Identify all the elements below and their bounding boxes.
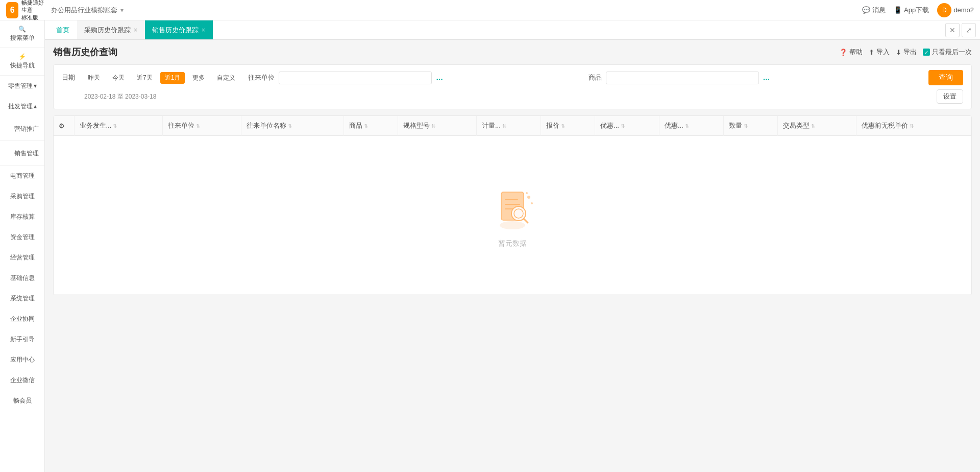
sort-icon: ⇅ xyxy=(288,123,292,129)
date-options: 昨天 今天 近7天 近1月 更多 自定义 xyxy=(83,72,240,84)
only-last-checkbox[interactable]: ✓ 只看最后一次 xyxy=(923,48,972,57)
sort-icon: ⇅ xyxy=(431,123,435,129)
workspace-title: 办公用品行业模拟账套 ▾ xyxy=(51,6,858,15)
partner-label: 往来单位 xyxy=(248,73,275,82)
chevron-up-icon: ▴ xyxy=(34,103,37,110)
tab-home[interactable]: 首页 xyxy=(49,20,77,39)
chevron-down-icon: ▾ xyxy=(34,82,37,89)
svg-line-8 xyxy=(524,219,528,223)
app-download-button[interactable]: 📱 App下载 xyxy=(894,6,929,15)
sidebar-item-inventory[interactable]: 库存核算 xyxy=(0,206,44,227)
top-bar-actions: 💬 消息 📱 App下载 D demo2 xyxy=(862,3,974,17)
sort-icon: ⇅ xyxy=(910,123,914,129)
query-button[interactable]: 查询 xyxy=(928,70,963,85)
sidebar-item-base-info[interactable]: 基础信息 xyxy=(0,268,44,288)
th-trade-type[interactable]: 交易类型 ⇅ xyxy=(778,116,856,136)
sidebar: 🔍 搜索菜单 ⚡ 快捷导航 零售管理 ▾ 批发管理 ▴ 营销推广 销售管理 电商… xyxy=(0,20,45,472)
top-bar: 6 畅捷通好生意 标准版 办公用品行业模拟账套 ▾ 💬 消息 📱 App下载 D… xyxy=(0,0,980,20)
sidebar-item-apps[interactable]: 应用中心 xyxy=(0,349,44,370)
date-btn-7days[interactable]: 近7天 xyxy=(132,72,157,84)
filter-row-date-range: 2023-02-18 至 2023-03-18 设置 xyxy=(62,89,963,104)
partner-filter-group: 往来单位 ... xyxy=(248,72,580,84)
import-icon: ⬆ xyxy=(869,49,874,56)
th-partner-code[interactable]: 往来单位 ⇅ xyxy=(163,116,241,136)
svg-point-0 xyxy=(500,221,525,229)
goods-label: 商品 xyxy=(589,73,602,82)
th-partner-name[interactable]: 往来单位名称 ⇅ xyxy=(241,116,344,136)
data-table: ⚙ 业务发生... ⇅ 往来单位 xyxy=(54,116,971,295)
filter-row-date: 日期 昨天 今天 近7天 近1月 更多 自定义 往来单位 ... xyxy=(62,70,963,85)
goods-select-btn[interactable]: ... xyxy=(763,73,770,82)
sidebar-item-wechat[interactable]: 企业微信 xyxy=(0,370,44,390)
tab-close-purchase[interactable]: × xyxy=(134,27,137,33)
page-actions: ❓ 帮助 ⬆ 导入 ⬇ 导出 ✓ 只看最后一次 xyxy=(839,48,972,57)
th-biz-date[interactable]: 业务发生... ⇅ xyxy=(74,116,163,136)
message-icon: 💬 xyxy=(862,6,870,14)
sidebar-item-guide[interactable]: 新手引导 xyxy=(0,329,44,349)
gear-icon: ⚙ xyxy=(59,122,65,130)
partner-input[interactable] xyxy=(279,72,432,84)
empty-icon xyxy=(487,182,538,233)
goods-input[interactable] xyxy=(606,72,759,84)
date-btn-1month[interactable]: 近1月 xyxy=(160,72,185,84)
logo-text: 畅捷通好生意 标准版 xyxy=(21,0,47,21)
sidebar-item-member[interactable]: 畅会员 xyxy=(0,390,44,411)
data-table-container: ⚙ 业务发生... ⇅ 往来单位 xyxy=(53,115,972,295)
date-range-display: 2023-02-18 至 2023-03-18 xyxy=(84,92,156,101)
th-qty[interactable]: 数量 ⇅ xyxy=(724,116,778,136)
table-body: 暂元数据 xyxy=(54,136,971,295)
sidebar-item-wholesale[interactable]: 批发管理 ▴ xyxy=(0,96,44,116)
sidebar-item-finance[interactable]: 资金管理 xyxy=(0,227,44,247)
shortcuts-icon: ⚡ xyxy=(18,53,26,60)
help-button[interactable]: ❓ 帮助 xyxy=(839,48,863,57)
settings-button[interactable]: 设置 xyxy=(937,89,963,104)
sidebar-item-shortcuts[interactable]: ⚡ 快捷导航 xyxy=(0,48,44,76)
sidebar-item-ecommerce[interactable]: 电商管理 xyxy=(0,166,44,186)
date-btn-custom[interactable]: 自定义 xyxy=(212,72,240,84)
help-icon: ❓ xyxy=(839,49,847,56)
sidebar-item-retail[interactable]: 零售管理 ▾ xyxy=(0,76,44,96)
message-button[interactable]: 💬 消息 xyxy=(862,6,886,15)
th-discount1[interactable]: 优惠... ⇅ xyxy=(595,116,659,136)
th-discount2[interactable]: 优惠... ⇅ xyxy=(659,116,724,136)
logo: 6 畅捷通好生意 标准版 xyxy=(6,0,47,21)
sort-icon: ⇅ xyxy=(196,123,200,129)
sidebar-item-operations[interactable]: 经营管理 xyxy=(0,247,44,268)
chevron-down-icon[interactable]: ▾ xyxy=(120,7,124,14)
sidebar-item-purchase[interactable]: 采购管理 xyxy=(0,186,44,206)
export-button[interactable]: ⬇ 导出 xyxy=(896,48,917,57)
svg-point-10 xyxy=(531,202,533,204)
empty-text: 暂元数据 xyxy=(498,239,527,248)
close-tab-button[interactable]: ✕ xyxy=(945,23,960,37)
sidebar-item-sales[interactable]: 销售管理 xyxy=(0,141,44,166)
th-unit[interactable]: 计量... ⇅ xyxy=(476,116,541,136)
sort-icon: ⇅ xyxy=(621,123,625,129)
sort-icon: ⇅ xyxy=(502,123,506,129)
th-goods[interactable]: 商品 ⇅ xyxy=(344,116,398,136)
filter-bar: 日期 昨天 今天 近7天 近1月 更多 自定义 往来单位 ... xyxy=(53,64,972,109)
th-spec[interactable]: 规格型号 ⇅ xyxy=(398,116,477,136)
th-settings[interactable]: ⚙ xyxy=(54,116,74,136)
date-btn-more[interactable]: 更多 xyxy=(188,72,209,84)
date-btn-today[interactable]: 今天 xyxy=(108,72,129,84)
partner-select-btn[interactable]: ... xyxy=(436,73,443,82)
tab-purchase-history[interactable]: 采购历史价跟踪 × xyxy=(77,20,145,39)
tab-sales-history[interactable]: 销售历史价跟踪 × xyxy=(145,20,213,39)
sidebar-item-enterprise[interactable]: 企业协同 xyxy=(0,309,44,329)
svg-point-11 xyxy=(526,192,528,194)
th-pretax-price[interactable]: 优惠前无税单价 ⇅ xyxy=(856,116,971,136)
tab-bar-actions: ✕ ⤢ xyxy=(945,23,976,37)
page-header: 销售历史价查询 ❓ 帮助 ⬆ 导入 ⬇ 导出 ✓ xyxy=(53,46,972,58)
maximize-button[interactable]: ⤢ xyxy=(962,23,976,37)
tab-close-sales[interactable]: × xyxy=(202,27,205,33)
th-price[interactable]: 报价 ⇅ xyxy=(541,116,595,136)
sidebar-item-search[interactable]: 🔍 搜索菜单 xyxy=(0,20,44,48)
user-menu[interactable]: D demo2 xyxy=(937,3,974,17)
date-btn-yesterday[interactable]: 昨天 xyxy=(83,72,105,84)
sidebar-item-system[interactable]: 系统管理 xyxy=(0,288,44,309)
table-header-row: ⚙ 业务发生... ⇅ 往来单位 xyxy=(54,116,971,136)
main-layout: 🔍 搜索菜单 ⚡ 快捷导航 零售管理 ▾ 批发管理 ▴ 营销推广 销售管理 电商… xyxy=(0,20,980,472)
sidebar-item-marketing[interactable]: 营销推广 xyxy=(0,116,44,141)
import-button[interactable]: ⬆ 导入 xyxy=(869,48,890,57)
date-filter-label: 日期 xyxy=(62,73,75,82)
